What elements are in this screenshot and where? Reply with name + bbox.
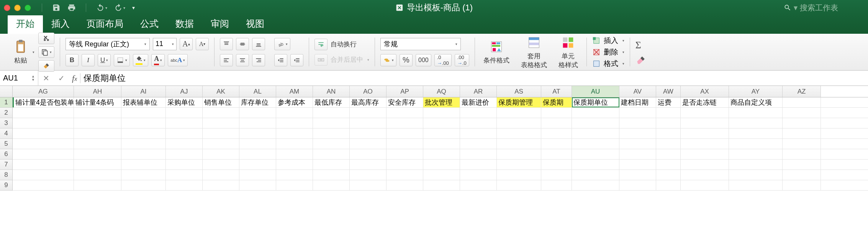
cell[interactable] [350, 139, 387, 149]
cell[interactable] [203, 160, 239, 170]
cell[interactable] [572, 139, 619, 149]
cell[interactable] [497, 108, 541, 118]
cell[interactable] [121, 128, 166, 138]
cell[interactable] [166, 149, 203, 159]
search-box[interactable]: ▾ 搜索工作表 [784, 3, 864, 13]
cell[interactable]: 运费 [656, 97, 681, 107]
row-header[interactable]: 4 [0, 128, 12, 139]
align-bottom-button[interactable] [252, 38, 265, 50]
cell[interactable] [619, 180, 656, 190]
cell[interactable] [619, 118, 656, 128]
select-all-corner[interactable] [0, 86, 12, 97]
cell[interactable] [460, 128, 497, 138]
cell[interactable] [239, 118, 276, 128]
cell[interactable]: 辅计量4条码 [74, 97, 121, 107]
cell[interactable] [783, 170, 821, 180]
cell[interactable] [13, 170, 74, 180]
column-header[interactable]: AX [681, 86, 729, 97]
row-header[interactable]: 2 [0, 108, 12, 118]
eraser-icon[interactable] [635, 55, 645, 65]
cell[interactable] [541, 180, 572, 190]
column-header[interactable]: AY [729, 86, 783, 97]
cell[interactable] [541, 160, 572, 170]
cell[interactable] [121, 149, 166, 159]
cell[interactable] [497, 128, 541, 138]
cell[interactable] [74, 118, 121, 128]
print-button[interactable] [67, 3, 76, 12]
cell[interactable] [656, 108, 681, 118]
cell[interactable] [541, 170, 572, 180]
tab-2[interactable]: 页面布局 [78, 15, 132, 34]
copy-button[interactable]: ▾ [38, 46, 54, 58]
cell[interactable]: 保质期 [541, 97, 572, 107]
align-left-button[interactable] [220, 54, 233, 66]
decrease-indent-button[interactable] [274, 54, 287, 66]
cell[interactable] [572, 149, 619, 159]
cell[interactable] [13, 160, 74, 170]
cell[interactable] [74, 139, 121, 149]
cell[interactable] [681, 139, 729, 149]
column-header[interactable]: AL [239, 86, 276, 97]
cell[interactable] [460, 139, 497, 149]
cell[interactable] [783, 108, 821, 118]
cell[interactable] [656, 160, 681, 170]
cell[interactable] [276, 149, 313, 159]
cell[interactable] [239, 180, 276, 190]
cell[interactable] [497, 118, 541, 128]
cell[interactable] [729, 149, 783, 159]
cell[interactable] [350, 128, 387, 138]
font-size-select[interactable]: 11▾ [153, 38, 177, 50]
confirm-edit-button[interactable]: ✓ [54, 74, 69, 83]
cell[interactable]: 库存单位 [239, 97, 276, 107]
cell[interactable] [656, 180, 681, 190]
tab-4[interactable]: 数据 [167, 15, 202, 34]
cell[interactable] [423, 108, 460, 118]
minimize-window-button[interactable] [14, 5, 21, 11]
cell[interactable] [541, 149, 572, 159]
align-top-button[interactable] [220, 38, 233, 50]
cell[interactable] [387, 108, 423, 118]
cell[interactable] [541, 118, 572, 128]
cell[interactable] [313, 160, 350, 170]
cell[interactable]: 保质期管理 [497, 97, 541, 107]
cell[interactable] [619, 170, 656, 180]
cell[interactable] [572, 160, 619, 170]
tab-5[interactable]: 审阅 [202, 15, 237, 34]
cell[interactable] [783, 139, 821, 149]
cell[interactable] [497, 139, 541, 149]
cell[interactable] [313, 139, 350, 149]
cell[interactable]: 参考成本 [276, 97, 313, 107]
cell[interactable] [387, 170, 423, 180]
cell[interactable] [203, 108, 239, 118]
column-header[interactable]: AM [276, 86, 313, 97]
cell[interactable] [572, 108, 619, 118]
cell[interactable] [572, 180, 619, 190]
cell[interactable] [656, 118, 681, 128]
column-header[interactable]: AO [350, 86, 387, 97]
cell[interactable] [497, 180, 541, 190]
row-header[interactable]: 6 [0, 149, 12, 160]
cell[interactable]: 商品自定义项 [729, 97, 783, 107]
cell[interactable] [121, 180, 166, 190]
column-header[interactable]: AR [460, 86, 497, 97]
cell[interactable] [423, 118, 460, 128]
cell[interactable] [203, 149, 239, 159]
cell[interactable] [387, 118, 423, 128]
cell[interactable] [423, 128, 460, 138]
phonetic-button[interactable]: abcA▾ [168, 54, 188, 66]
cell[interactable] [681, 149, 729, 159]
cell[interactable]: 报表辅单位 [121, 97, 166, 107]
cell[interactable] [572, 128, 619, 138]
cell[interactable] [729, 180, 783, 190]
italic-button[interactable]: I [82, 54, 95, 66]
cell[interactable] [313, 128, 350, 138]
cell[interactable] [423, 160, 460, 170]
cell[interactable]: 销售单位 [203, 97, 239, 107]
cell[interactable] [203, 180, 239, 190]
cell[interactable] [121, 139, 166, 149]
cell[interactable] [276, 108, 313, 118]
wrap-text-button[interactable]: 自动换行 [314, 39, 369, 50]
cell[interactable] [619, 139, 656, 149]
cell[interactable] [729, 160, 783, 170]
cell[interactable] [276, 118, 313, 128]
